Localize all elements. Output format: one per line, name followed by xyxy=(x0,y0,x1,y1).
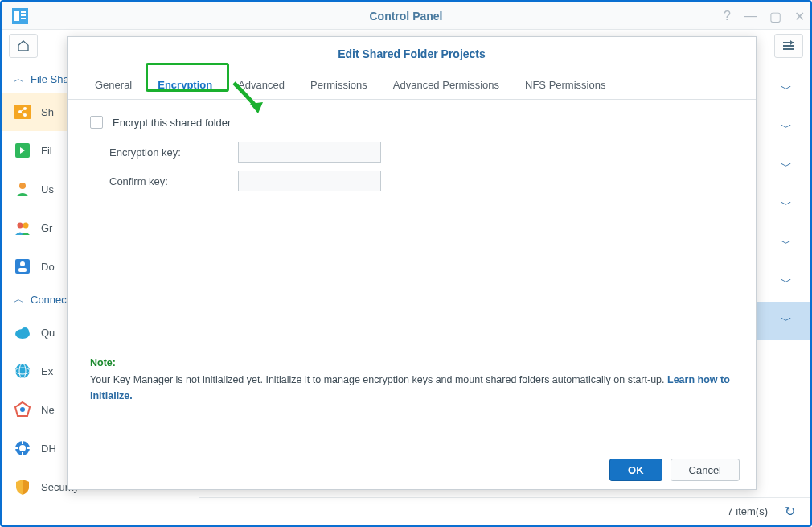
sidebar-item-label: DH xyxy=(41,443,56,455)
group-icon xyxy=(14,219,31,237)
tab-permissions[interactable]: Permissions xyxy=(297,71,380,99)
confirm-key-label: Confirm key: xyxy=(109,175,238,187)
tab-advanced[interactable]: Advanced xyxy=(225,71,297,99)
sidebar-item-label: Us xyxy=(41,183,54,196)
sidebar-item-label: Ex xyxy=(41,365,53,377)
dialog-title: Edit Shared Folder Projects xyxy=(68,37,756,71)
window-titlebar: Control Panel ? — ▢ ✕ xyxy=(2,2,810,30)
cloud-icon xyxy=(14,323,31,341)
shared-folder-icon xyxy=(14,103,31,121)
globe-icon xyxy=(14,362,31,380)
maximize-icon[interactable]: ▢ xyxy=(769,9,781,24)
home-button[interactable] xyxy=(9,34,38,58)
domain-icon xyxy=(14,257,31,275)
sidebar-item-label: Sh xyxy=(41,106,54,118)
chevron-down-icon: ﹀ xyxy=(781,159,792,174)
tab-advanced-permissions[interactable]: Advanced Permissions xyxy=(380,71,512,99)
edit-shared-folder-dialog: Edit Shared Folder Projects General Encr… xyxy=(67,36,757,490)
status-bar: 7 item(s) ↻ xyxy=(199,497,810,525)
svg-point-19 xyxy=(23,223,29,229)
window-title: Control Panel xyxy=(2,10,810,23)
item-count: 7 item(s) xyxy=(727,505,768,517)
view-settings-button[interactable] xyxy=(774,34,803,58)
encrypt-checkbox-label: Encrypt this shared folder xyxy=(113,117,231,129)
svg-point-17 xyxy=(19,183,26,189)
tab-encryption[interactable]: Encryption xyxy=(145,71,225,99)
file-services-icon xyxy=(14,142,31,159)
svg-point-25 xyxy=(15,364,30,378)
sidebar-item-label: Qu xyxy=(41,327,55,339)
svg-point-24 xyxy=(21,327,29,336)
chevron-down-icon: ﹀ xyxy=(781,275,792,290)
refresh-button[interactable]: ↻ xyxy=(781,503,798,521)
tab-general[interactable]: General xyxy=(82,71,145,99)
minimize-icon[interactable]: — xyxy=(744,9,757,23)
svg-point-21 xyxy=(20,261,25,266)
encrypt-checkbox[interactable] xyxy=(90,116,103,129)
close-icon[interactable]: ✕ xyxy=(794,9,805,24)
chevron-down-icon: ﹀ xyxy=(781,121,792,135)
ok-button[interactable]: OK xyxy=(609,459,662,481)
chevron-down-icon: ﹀ xyxy=(781,314,792,328)
chevron-down-icon: ﹀ xyxy=(781,237,792,251)
chevron-down-icon: ﹀ xyxy=(781,198,792,212)
svg-point-18 xyxy=(18,223,23,229)
note-block: Note: Your Key Manager is not initialize… xyxy=(90,356,733,404)
chevron-up-icon: ︿ xyxy=(14,292,24,307)
cancel-button[interactable]: Cancel xyxy=(671,459,740,481)
note-text: Your Key Manager is not initialized yet.… xyxy=(90,374,665,385)
chevron-down-icon: ﹀ xyxy=(781,82,792,97)
tab-nfs[interactable]: NFS Permissions xyxy=(512,71,618,99)
confirm-key-input[interactable] xyxy=(238,171,381,191)
svg-rect-22 xyxy=(18,268,27,272)
help-icon[interactable]: ? xyxy=(724,9,731,23)
sidebar-item-label: Fil xyxy=(41,145,52,157)
encryption-key-input[interactable] xyxy=(238,142,381,163)
note-heading: Note: xyxy=(90,356,733,371)
user-icon xyxy=(14,180,31,198)
sidebar-item-label: Do xyxy=(41,261,55,273)
dialog-tabs: General Encryption Advanced Permissions … xyxy=(68,71,756,100)
svg-rect-9 xyxy=(14,105,31,119)
encryption-key-label: Encryption key: xyxy=(109,146,238,159)
network-icon xyxy=(14,401,31,418)
dhcp-icon xyxy=(14,439,31,457)
svg-marker-8 xyxy=(790,40,794,45)
svg-point-29 xyxy=(20,407,25,412)
sidebar-item-label: Ne xyxy=(41,404,55,416)
sidebar-item-label: Gr xyxy=(41,222,52,234)
shield-icon xyxy=(14,478,31,496)
svg-point-31 xyxy=(19,445,26,451)
chevron-up-icon: ︿ xyxy=(14,72,24,86)
